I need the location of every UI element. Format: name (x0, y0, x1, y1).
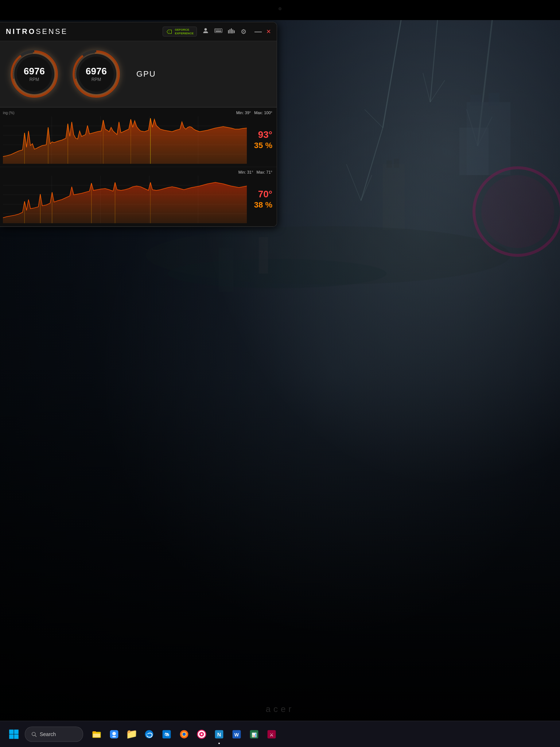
chart1-minmax: Min: 39° Max: 100° (236, 111, 272, 115)
svg-rect-12 (470, 95, 481, 106)
chart2-minmax: Min: 31° Max: 71° (238, 170, 272, 174)
charts-section: ing (%) Min: 39° Max: 100° (0, 108, 277, 227)
circle-app-icon (197, 729, 206, 739)
svg-rect-14 (459, 128, 489, 175)
svg-rect-80 (14, 734, 19, 739)
search-label: Search (40, 731, 56, 737)
geforce-badge[interactable]: G GEFORCE EXPERIENCE (163, 27, 197, 36)
file-explorer-icon (92, 729, 101, 739)
svg-rect-36 (234, 30, 234, 33)
keyboard-icon[interactable] (214, 27, 222, 36)
minimize-button[interactable]: — (254, 27, 262, 36)
svg-rect-23 (259, 237, 268, 274)
taskbar-app-word[interactable]: W (229, 727, 244, 742)
camera (279, 7, 281, 10)
svg-point-87 (112, 732, 116, 735)
svg-text:🛍: 🛍 (164, 731, 169, 737)
app-title: NITROSENSE (6, 27, 163, 36)
svg-rect-13 (489, 93, 499, 106)
taskbar-app-circle[interactable] (194, 727, 209, 742)
svg-rect-84 (93, 731, 96, 733)
svg-rect-35 (232, 30, 233, 34)
taskbar-app-firefox[interactable] (176, 727, 192, 742)
svg-rect-85 (93, 734, 100, 737)
svg-line-3 (346, 164, 361, 201)
fan2-label: RPM (86, 77, 107, 82)
fan1-gauge: 6976 RPM (9, 49, 60, 100)
taskbar-apps: 📁 🛍 (86, 727, 554, 742)
taskbar-app-fileexplorer[interactable] (89, 727, 104, 742)
fan-section: 6976 RPM 6976 RPM GPU (0, 41, 277, 108)
taskbar-app-excel[interactable]: 📊 (246, 727, 262, 742)
svg-line-5 (430, 20, 438, 102)
chart2-area: 70° 38 % (3, 176, 272, 223)
svg-point-25 (205, 28, 207, 31)
svg-point-21 (168, 259, 386, 288)
chart1-values: 93° 35 % (247, 116, 272, 164)
windows-logo (9, 729, 19, 739)
chart1-area: 93° 35 % (3, 116, 272, 164)
chart1-temp: 93° (258, 130, 272, 139)
svg-rect-32 (228, 30, 229, 33)
taskbar-app-game[interactable]: ⚔ (264, 727, 279, 742)
fan2-gauge: 6976 RPM (71, 49, 122, 100)
geforce-text: GEFORCE EXPERIENCE (175, 28, 194, 35)
svg-rect-17 (394, 159, 399, 168)
chart2-header: Min: 31° Max: 71° (3, 170, 272, 174)
geforce-icon: G (166, 29, 172, 34)
svg-line-1 (361, 128, 383, 201)
svg-text:⚔: ⚔ (269, 732, 274, 737)
chart2-values: 70° 38 % (247, 176, 272, 223)
svg-line-82 (35, 735, 36, 737)
taskbar-app-zoom[interactable] (106, 727, 122, 742)
svg-text:📊: 📊 (252, 732, 257, 737)
firefox-icon (179, 729, 189, 739)
fan2-rpm: 6976 (86, 66, 107, 76)
taskbar-app-store[interactable]: 🛍 (159, 727, 174, 742)
fan2-inner: 6976 RPM (86, 66, 107, 82)
chart1-container: ing (%) Min: 39° Max: 100° (0, 108, 277, 167)
gpu-label: GPU (136, 69, 156, 79)
nitrosense-icon: N (214, 729, 224, 739)
taskbar-app-folder[interactable]: 📁 (124, 727, 139, 742)
folder-icon: 📁 (126, 728, 137, 740)
svg-rect-29 (218, 30, 219, 30)
svg-line-0 (383, 20, 401, 128)
svg-rect-16 (386, 160, 392, 168)
taskbar-app-edge[interactable] (141, 727, 157, 742)
person-icon[interactable] (202, 27, 209, 36)
chart1-svg-wrapper (3, 116, 247, 164)
svg-text:N: N (217, 731, 221, 737)
svg-rect-22 (219, 248, 233, 292)
window-controls: — ✕ (254, 27, 271, 36)
store-icon: 🛍 (162, 729, 171, 739)
fan1-inner: 6976 RPM (24, 66, 45, 82)
svg-rect-30 (220, 30, 221, 30)
search-bar[interactable]: Search (25, 727, 83, 742)
svg-text:G: G (169, 31, 170, 33)
svg-line-2 (365, 109, 383, 128)
taskbar: Search 📁 (0, 721, 560, 747)
svg-rect-28 (217, 30, 218, 30)
title-bar: NITROSENSE G GEFORCE EXPERIENCE (0, 22, 277, 41)
svg-point-94 (183, 732, 186, 735)
settings-icon[interactable]: ⚙ (241, 28, 246, 36)
zoom-icon (109, 729, 119, 739)
svg-rect-31 (215, 31, 221, 32)
edge-icon (144, 729, 154, 739)
svg-point-20 (481, 175, 554, 248)
start-button[interactable] (6, 726, 22, 742)
title-bar-icons: G GEFORCE EXPERIENCE (163, 27, 271, 36)
sound-icon[interactable] (228, 27, 236, 36)
svg-rect-78 (14, 729, 19, 734)
chart1-header: ing (%) Min: 39° Max: 100° (3, 111, 272, 115)
word-icon: W (232, 729, 241, 739)
chart2-temp: 70° (258, 189, 272, 199)
nitrosense-window: NITROSENSE G GEFORCE EXPERIENCE (0, 22, 277, 227)
svg-rect-34 (231, 28, 232, 34)
search-icon (31, 731, 37, 737)
close-button[interactable]: ✕ (266, 28, 271, 35)
taskbar-app-nitrosense[interactable]: N (211, 727, 227, 742)
svg-rect-88 (112, 736, 116, 737)
game-icon: ⚔ (267, 729, 276, 739)
